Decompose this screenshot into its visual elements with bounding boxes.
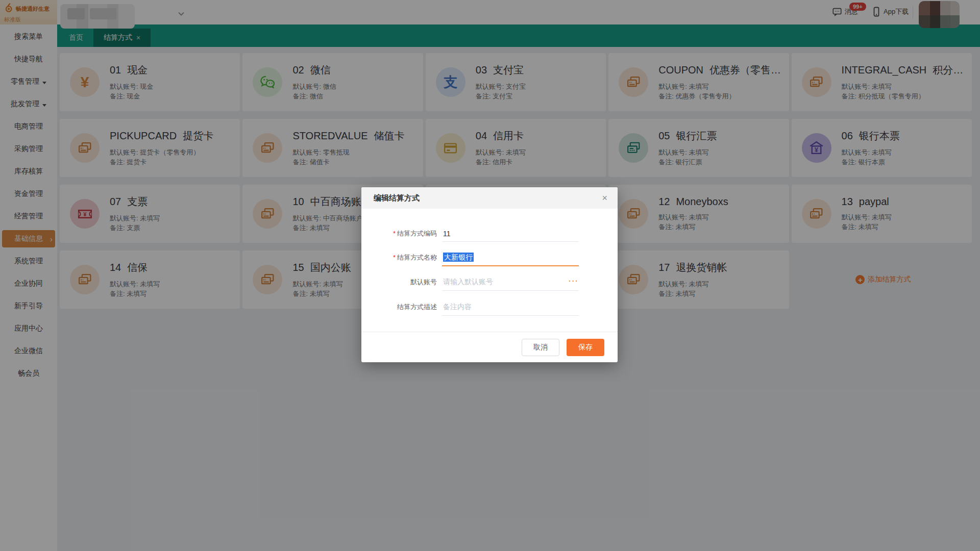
required-asterisk: * — [393, 230, 396, 237]
save-button[interactable]: 保存 — [567, 339, 604, 356]
dialog-footer: 取消 保存 — [361, 332, 618, 362]
settlement-name-input[interactable]: 大新银行 — [442, 249, 579, 266]
form-row-name: *结算方式名称 大新银行 — [377, 248, 579, 267]
cancel-button[interactable]: 取消 — [522, 339, 559, 356]
dialog-close-icon[interactable]: × — [602, 193, 607, 203]
settlement-code-input[interactable]: 11 — [442, 226, 579, 242]
required-asterisk: * — [393, 254, 396, 261]
description-input[interactable]: 备注内容 — [442, 299, 579, 316]
account-picker-icon[interactable]: ··· — [569, 277, 579, 285]
dialog-title: 编辑结算方式 — [374, 193, 420, 203]
edit-settlement-method-dialog: 编辑结算方式 × *结算方式编码 11 *结算方式名称 大新银行 默认账号 请输… — [361, 187, 618, 362]
default-account-input[interactable]: 请输入默认账号 ··· — [442, 274, 579, 291]
form-row-account: 默认账号 请输入默认账号 ··· — [377, 273, 579, 291]
form-row-code: *结算方式编码 11 — [377, 224, 579, 243]
selected-input-text: 大新银行 — [443, 253, 474, 262]
dialog-header: 编辑结算方式 × — [361, 187, 618, 209]
form-row-description: 结算方式描述 备注内容 — [377, 298, 579, 316]
